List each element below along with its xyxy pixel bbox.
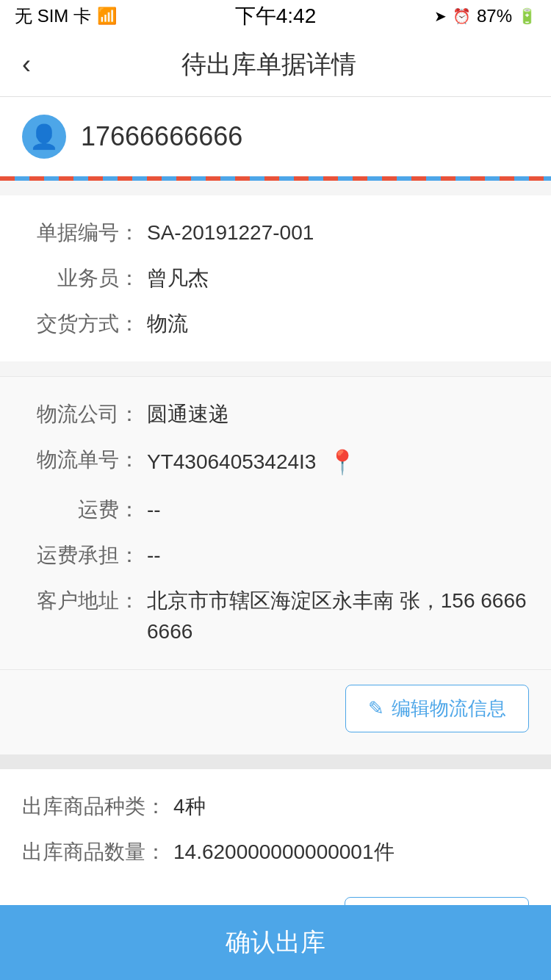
goods-quantity-label: 出库商品数量：: [22, 837, 166, 868]
confirm-outbound-button[interactable]: 确认出库: [0, 926, 551, 959]
alarm-icon: ⏰: [453, 7, 471, 25]
section-divider: [0, 754, 551, 769]
page-title: 待出库单据详情: [46, 48, 492, 82]
address-label: 客户地址：: [22, 586, 140, 616]
logistics-company-label: 物流公司：: [22, 399, 140, 430]
edit-btn-label: 编辑物流信息: [392, 696, 506, 721]
back-button[interactable]: ‹: [22, 49, 31, 80]
salesperson-row: 业务员： 曾凡杰: [22, 263, 529, 294]
document-number-value: SA-20191227-001: [147, 217, 529, 248]
location-icon[interactable]: 📍: [328, 444, 357, 480]
status-left: 无 SIM 卡 📶: [15, 4, 117, 28]
salesperson-value: 曾凡杰: [147, 263, 529, 294]
logistics-section: 物流公司： 圆通速递 物流单号： YT43064053424I3 📍 运费： -…: [0, 376, 551, 670]
wifi-icon: 📶: [97, 7, 117, 26]
salesperson-label: 业务员：: [22, 263, 140, 294]
logistics-tracking-row: 物流单号： YT43064053424I3 📍: [22, 444, 529, 480]
logistics-tracking-value-wrapper: YT43064053424I3 📍: [147, 444, 357, 480]
freight-row: 运费： --: [22, 494, 529, 525]
freight-bearer-row: 运费承担： --: [22, 540, 529, 571]
logistics-company-row: 物流公司： 圆通速递: [22, 399, 529, 430]
goods-type-row: 出库商品种类： 4种: [22, 791, 529, 822]
goods-section: 出库商品种类： 4种 出库商品数量： 14.620000000000001件: [0, 769, 551, 890]
goods-quantity-row: 出库商品数量： 14.620000000000001件: [22, 837, 529, 868]
status-bar: 无 SIM 卡 📶 下午4:42 ➤ ⏰ 87% 🔋: [0, 0, 551, 32]
customer-phone: 17666666666: [81, 121, 242, 152]
document-info-section: 单据编号： SA-20191227-001 业务员： 曾凡杰 交货方式： 物流: [0, 195, 551, 361]
document-number-label: 单据编号：: [22, 217, 140, 248]
confirm-btn-area: 确认出库: [0, 905, 551, 980]
goods-type-value: 4种: [173, 791, 529, 822]
carrier-text: 无 SIM 卡: [15, 4, 91, 28]
avatar: 👤: [22, 115, 66, 159]
delivery-method-row: 交货方式： 物流: [22, 309, 529, 339]
edit-icon: ✎: [368, 697, 384, 720]
battery-text: 87%: [477, 6, 512, 26]
customer-header: 👤 17666666666: [0, 97, 551, 176]
freight-label: 运费：: [22, 494, 140, 525]
goods-type-label: 出库商品种类：: [22, 791, 166, 822]
freight-bearer-label: 运费承担：: [22, 540, 140, 571]
edit-btn-row: ✎ 编辑物流信息: [0, 670, 551, 754]
edit-logistics-button[interactable]: ✎ 编辑物流信息: [345, 685, 529, 732]
freight-value: --: [147, 494, 529, 525]
delivery-method-value: 物流: [147, 309, 529, 339]
goods-quantity-value: 14.620000000000001件: [173, 837, 529, 868]
logistics-tracking-value: YT43064053424I3: [147, 447, 316, 478]
address-row: 客户地址： 北京市市辖区海淀区永丰南 张，156 6666 6666: [22, 586, 529, 647]
logistics-company-value: 圆通速递: [147, 399, 529, 430]
avatar-icon: 👤: [29, 123, 59, 151]
logistics-tracking-label: 物流单号：: [22, 444, 140, 475]
nav-bar: ‹ 待出库单据详情: [0, 32, 551, 97]
delivery-method-label: 交货方式：: [22, 309, 140, 339]
document-number-row: 单据编号： SA-20191227-001: [22, 217, 529, 248]
battery-icon: 🔋: [518, 7, 536, 25]
dashed-divider: [0, 176, 551, 181]
status-time: 下午4:42: [235, 2, 317, 30]
freight-bearer-value: --: [147, 540, 529, 571]
address-value: 北京市市辖区海淀区永丰南 张，156 6666 6666: [147, 586, 529, 647]
status-right: ➤ ⏰ 87% 🔋: [434, 6, 536, 26]
location-status-icon: ➤: [434, 7, 447, 25]
